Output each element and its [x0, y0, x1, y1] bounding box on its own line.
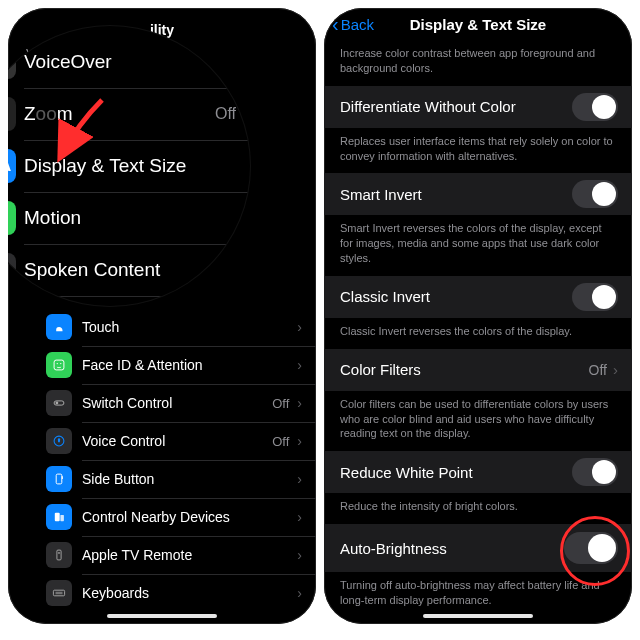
group-footer: Replaces user interface items that rely …: [324, 128, 632, 174]
row-auto-brightness[interactable]: Auto-Brightness: [324, 524, 632, 572]
svg-rect-21: [53, 590, 64, 596]
navbar: ility: [8, 8, 316, 38]
row-touch[interactable]: Touch ›: [38, 308, 316, 346]
svg-point-9: [57, 363, 58, 364]
svg-point-12: [56, 402, 59, 405]
row-label: Spoken Content: [24, 259, 160, 281]
chevron-left-icon: ‹: [332, 14, 339, 34]
row-label: Switch Control: [82, 395, 172, 411]
text-size-icon: AA: [8, 149, 16, 183]
row-label: Display & Text Size: [24, 155, 186, 177]
row-label: VoiceOver: [24, 51, 112, 73]
toggle-differentiate-without-color[interactable]: [572, 93, 618, 121]
row-label: Touch: [82, 319, 119, 335]
row-spoken-content[interactable]: Spoken Content Off: [8, 244, 250, 296]
voice-control-icon: [46, 428, 72, 454]
svg-rect-8: [54, 360, 64, 370]
toggle-classic-invert[interactable]: [572, 283, 618, 311]
svg-rect-19: [57, 550, 61, 560]
row-switch-control[interactable]: Switch Control Off›: [38, 384, 316, 422]
row-label: Voice Control: [82, 433, 165, 449]
row-label: Motion: [24, 207, 81, 229]
row-side-button[interactable]: Side Button ›: [38, 460, 316, 498]
chevron-right-icon: ›: [297, 395, 316, 411]
svg-point-20: [58, 552, 60, 554]
row-label: Keyboards: [82, 585, 149, 601]
chevron-right-icon: ›: [297, 357, 316, 373]
group-footer: Turning off auto-brightness may affect b…: [324, 572, 632, 610]
chevron-right-icon: ›: [297, 547, 316, 563]
row-label: Face ID & Attention: [82, 357, 203, 373]
switch-control-icon: [46, 390, 72, 416]
home-indicator[interactable]: [423, 614, 533, 618]
touch-icon: [46, 314, 72, 340]
row-status: Off: [215, 261, 236, 279]
svg-rect-18: [60, 515, 64, 521]
chevron-right-icon: ›: [297, 471, 316, 487]
svg-rect-15: [56, 474, 62, 484]
zoom-icon: [8, 97, 16, 131]
svg-point-10: [60, 363, 61, 364]
chevron-right-icon: ›: [297, 509, 316, 525]
group-footer: Reduce the intensity of bright colors.: [324, 493, 632, 524]
row-keyboards[interactable]: Keyboards ›: [38, 574, 316, 612]
row-label: Auto-Brightness: [340, 540, 447, 557]
row-label: Classic Invert: [340, 288, 430, 305]
row-label: Smart Invert: [340, 186, 422, 203]
row-control-nearby-devices[interactable]: Control Nearby Devices ›: [38, 498, 316, 536]
row-faceid-attention[interactable]: Face ID & Attention ›: [38, 346, 316, 384]
back-label: Back: [341, 16, 374, 33]
row-zoom[interactable]: Zoom Off: [8, 88, 250, 140]
row-label: Differentiate Without Color: [340, 98, 516, 115]
toggle-smart-invert[interactable]: [572, 180, 618, 208]
row-motion[interactable]: Motion: [8, 192, 250, 244]
side-button-icon: [46, 466, 72, 492]
nearby-devices-icon: [46, 504, 72, 530]
row-smart-invert[interactable]: Smart Invert: [324, 173, 632, 215]
row-differentiate-without-color[interactable]: Differentiate Without Color: [324, 86, 632, 128]
spoken-content-icon: [8, 253, 16, 287]
group-footer: Color filters can be used to differentia…: [324, 391, 632, 452]
navbar-title: Display & Text Size: [410, 16, 546, 33]
row-status: Off: [272, 396, 297, 411]
svg-rect-14: [58, 438, 60, 442]
group-footer: Classic Invert reverses the colors of th…: [324, 318, 632, 349]
row-classic-invert[interactable]: Classic Invert: [324, 276, 632, 318]
row-color-filters[interactable]: Color Filters Off ›: [324, 349, 632, 391]
audio-descriptions-icon: [8, 305, 16, 306]
appletv-remote-icon: [46, 542, 72, 568]
row-status: Off: [215, 105, 236, 123]
group-footer: Increase color contrast between app fore…: [324, 40, 632, 86]
row-label: Control Nearby Devices: [82, 509, 230, 525]
faceid-icon: [46, 352, 72, 378]
row-display-text-size[interactable]: AA Display & Text Size: [8, 140, 250, 192]
svg-rect-17: [55, 513, 60, 521]
row-apple-tv-remote[interactable]: Apple TV Remote ›: [38, 536, 316, 574]
row-reduce-white-point[interactable]: Reduce White Point: [324, 451, 632, 493]
row-voice-control[interactable]: Voice Control Off›: [38, 422, 316, 460]
row-label: Side Button: [82, 471, 154, 487]
row-label: Zoom: [24, 103, 73, 125]
back-button[interactable]: ‹ Back: [332, 14, 374, 34]
row-label: Color Filters: [340, 361, 421, 378]
toggle-reduce-white-point[interactable]: [572, 458, 618, 486]
toggle-auto-brightness[interactable]: [564, 532, 618, 564]
row-value: Off: [589, 362, 613, 378]
row-status: Off: [272, 434, 297, 449]
chevron-right-icon: ›: [613, 361, 618, 378]
navbar: ‹ Back Display & Text Size: [324, 8, 632, 40]
right-phone-display-text-size: ‹ Back Display & Text Size Increase colo…: [324, 8, 632, 624]
svg-rect-16: [62, 476, 63, 479]
motion-icon: [8, 201, 16, 235]
chevron-right-icon: ›: [297, 433, 316, 449]
left-phone-accessibility: ility VISION VoiceOver Zoom Off: [8, 8, 316, 624]
row-label: Apple TV Remote: [82, 547, 192, 563]
chevron-right-icon: ›: [297, 585, 316, 601]
home-indicator[interactable]: [107, 614, 217, 618]
keyboards-icon: [46, 580, 72, 606]
magnifier-overlay: VoiceOver Zoom Off AA Display & Text Siz…: [8, 26, 250, 306]
row-label: Reduce White Point: [340, 464, 473, 481]
row-audio-descriptions[interactable]: Audio D: [8, 296, 250, 306]
chevron-right-icon: ›: [297, 319, 316, 335]
group-footer: Smart Invert reverses the colors of the …: [324, 215, 632, 276]
